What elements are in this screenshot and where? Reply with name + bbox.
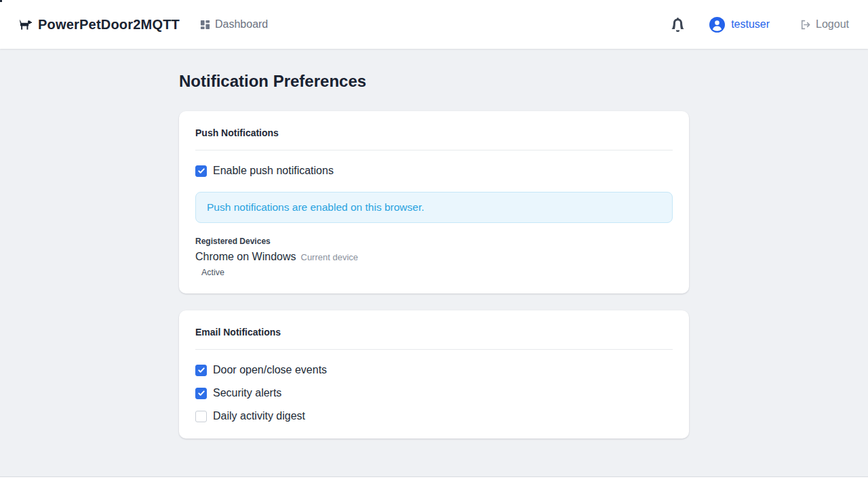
device-row: Chrome on Windows Current device: [195, 251, 673, 263]
notifications-bell-button[interactable]: [671, 18, 685, 32]
box-arrow-right-icon: [800, 19, 811, 30]
dog-logo-icon: [19, 19, 32, 30]
device-name: Chrome on Windows: [195, 251, 296, 263]
push-status-alert: Push notifications are enabled on this b…: [195, 192, 673, 223]
checkbox-label: Security alerts: [213, 387, 281, 399]
checkbox-icon: [195, 411, 207, 422]
logout-label: Logout: [816, 18, 849, 30]
email-option-daily-activity-digest[interactable]: Daily activity digest: [195, 410, 305, 422]
username-label: testuser: [731, 18, 770, 30]
email-option-security-alerts[interactable]: Security alerts: [195, 387, 281, 399]
card-divider: [195, 150, 673, 150]
email-card-title: Email Notifications: [195, 327, 673, 338]
email-options-list: Door open/close eventsSecurity alertsDai…: [195, 364, 673, 422]
checkbox-icon: [195, 165, 207, 177]
user-menu[interactable]: testuser: [709, 17, 770, 33]
page-footer: [0, 476, 868, 488]
page-title: Notification Preferences: [179, 72, 689, 91]
push-card-title: Push Notifications: [195, 127, 673, 138]
top-navbar: PowerPetDoor2MQTT Dashboard: [0, 0, 868, 49]
logout-button[interactable]: Logout: [800, 18, 849, 30]
email-notifications-card: Email Notifications Door open/close even…: [179, 310, 689, 439]
device-status: Active: [195, 268, 673, 277]
checkbox-label: Door open/close events: [213, 364, 327, 376]
main-content: Notification Preferences Push Notificati…: [0, 49, 868, 476]
nav-dashboard-label: Dashboard: [215, 18, 268, 30]
checkbox-label: Daily activity digest: [213, 410, 305, 422]
nav-dashboard[interactable]: Dashboard: [200, 18, 268, 30]
checkbox-icon: [195, 365, 207, 376]
checkbox-icon: [195, 388, 207, 399]
device-current-note: Current device: [301, 252, 359, 262]
enable-push-checkbox[interactable]: Enable push notifications: [195, 165, 334, 177]
dashboard-icon: [200, 20, 210, 30]
person-circle-icon: [709, 17, 725, 33]
corner-artifact: [0, 0, 2, 2]
brand[interactable]: PowerPetDoor2MQTT: [19, 17, 180, 33]
bell-icon: [671, 18, 685, 32]
card-divider: [195, 349, 673, 350]
brand-title: PowerPetDoor2MQTT: [38, 17, 180, 33]
registered-devices-label: Registered Devices: [195, 237, 673, 246]
email-option-door-open-close-events[interactable]: Door open/close events: [195, 364, 327, 376]
checkbox-label: Enable push notifications: [213, 165, 334, 177]
push-notifications-card: Push Notifications Enable push notificat…: [179, 111, 689, 293]
